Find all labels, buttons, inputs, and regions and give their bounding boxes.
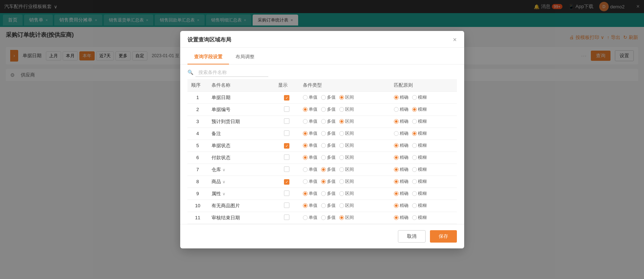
display-checkbox[interactable] bbox=[284, 95, 289, 101]
type-radio-item[interactable]: 多值 bbox=[321, 94, 336, 101]
type-radio[interactable] bbox=[339, 107, 344, 112]
cell-display[interactable] bbox=[274, 188, 299, 200]
type-radio-item[interactable]: 区间 bbox=[339, 190, 354, 197]
type-radio[interactable] bbox=[321, 119, 326, 124]
display-checkbox[interactable] bbox=[284, 166, 289, 172]
type-radio-item[interactable]: 单值 bbox=[303, 94, 317, 101]
type-radio[interactable] bbox=[339, 131, 344, 136]
match-radio-item[interactable]: 模糊 bbox=[412, 203, 427, 209]
type-radio-item[interactable]: 多值 bbox=[321, 190, 336, 197]
match-radio[interactable] bbox=[412, 143, 417, 148]
cell-display[interactable] bbox=[274, 164, 299, 176]
match-radio-item[interactable]: 精确 bbox=[394, 106, 408, 113]
cancel-btn[interactable]: 取消 bbox=[398, 230, 426, 243]
type-radio-item[interactable]: 多值 bbox=[321, 142, 336, 149]
type-radio-item[interactable]: 区间 bbox=[339, 106, 354, 113]
match-radio-item[interactable]: 模糊 bbox=[412, 178, 427, 185]
type-radio-item[interactable]: 单值 bbox=[303, 106, 317, 113]
display-checkbox[interactable] bbox=[284, 130, 289, 136]
type-radio-item[interactable]: 区间 bbox=[339, 166, 354, 173]
type-radio[interactable] bbox=[339, 215, 344, 220]
dialog-close-btn[interactable]: × bbox=[453, 36, 457, 44]
type-radio[interactable] bbox=[303, 191, 308, 196]
type-radio-item[interactable]: 区间 bbox=[339, 154, 354, 161]
cell-display[interactable] bbox=[274, 115, 299, 127]
display-checkbox[interactable] bbox=[284, 106, 289, 112]
type-radio[interactable] bbox=[321, 155, 326, 160]
type-radio[interactable] bbox=[321, 215, 326, 220]
display-checkbox[interactable] bbox=[284, 143, 289, 149]
type-radio[interactable] bbox=[303, 167, 308, 172]
type-radio[interactable] bbox=[303, 155, 308, 160]
type-radio[interactable] bbox=[339, 95, 344, 100]
save-btn[interactable]: 保存 bbox=[430, 230, 457, 243]
match-radio[interactable] bbox=[412, 215, 417, 220]
type-radio-item[interactable]: 单值 bbox=[303, 215, 317, 221]
match-radio-item[interactable]: 精确 bbox=[394, 130, 408, 137]
match-radio-item[interactable]: 模糊 bbox=[412, 106, 427, 113]
match-radio-item[interactable]: 模糊 bbox=[412, 118, 427, 125]
type-radio-item[interactable]: 区间 bbox=[339, 94, 354, 101]
type-radio-item[interactable]: 多值 bbox=[321, 118, 336, 125]
match-radio[interactable] bbox=[412, 167, 417, 172]
cell-display[interactable] bbox=[274, 140, 299, 152]
type-radio[interactable] bbox=[339, 119, 344, 124]
search-input[interactable] bbox=[195, 68, 268, 77]
match-radio[interactable] bbox=[394, 119, 399, 124]
match-radio[interactable] bbox=[394, 215, 399, 220]
match-radio[interactable] bbox=[394, 131, 399, 136]
match-radio-item[interactable]: 精确 bbox=[394, 154, 408, 161]
match-radio[interactable] bbox=[394, 203, 399, 208]
display-checkbox[interactable] bbox=[284, 203, 289, 208]
cell-display[interactable] bbox=[274, 127, 299, 140]
dialog-tab-layout[interactable]: 布局调整 bbox=[229, 51, 261, 64]
type-radio[interactable] bbox=[303, 131, 308, 136]
type-radio[interactable] bbox=[321, 179, 326, 184]
match-radio[interactable] bbox=[394, 107, 399, 112]
type-radio[interactable] bbox=[303, 95, 308, 100]
match-radio[interactable] bbox=[412, 119, 417, 124]
type-radio[interactable] bbox=[321, 203, 326, 208]
cell-display[interactable] bbox=[274, 152, 299, 164]
match-radio-item[interactable]: 模糊 bbox=[412, 166, 427, 173]
type-radio-item[interactable]: 单值 bbox=[303, 190, 317, 197]
cell-display[interactable] bbox=[274, 200, 299, 212]
type-radio-item[interactable]: 区间 bbox=[339, 203, 354, 209]
match-radio[interactable] bbox=[394, 95, 399, 100]
type-radio[interactable] bbox=[321, 167, 326, 172]
type-radio[interactable] bbox=[303, 179, 308, 184]
match-radio[interactable] bbox=[412, 95, 417, 100]
type-radio[interactable] bbox=[339, 167, 344, 172]
type-radio-item[interactable]: 多值 bbox=[321, 106, 336, 113]
type-radio-item[interactable]: 单值 bbox=[303, 203, 317, 209]
type-radio[interactable] bbox=[321, 95, 326, 100]
type-radio-item[interactable]: 区间 bbox=[339, 118, 354, 125]
type-radio-item[interactable]: 单值 bbox=[303, 166, 317, 173]
type-radio[interactable] bbox=[339, 203, 344, 208]
cell-display[interactable] bbox=[274, 103, 299, 115]
type-radio[interactable] bbox=[303, 107, 308, 112]
type-radio-item[interactable]: 多值 bbox=[321, 215, 336, 221]
match-radio[interactable] bbox=[394, 143, 399, 148]
match-radio[interactable] bbox=[394, 191, 399, 196]
match-radio[interactable] bbox=[394, 167, 399, 172]
match-radio-item[interactable]: 精确 bbox=[394, 203, 408, 209]
match-radio-item[interactable]: 精确 bbox=[394, 118, 408, 125]
match-radio-item[interactable]: 模糊 bbox=[412, 190, 427, 197]
type-radio[interactable] bbox=[303, 143, 308, 148]
type-radio[interactable] bbox=[339, 191, 344, 196]
cell-display[interactable] bbox=[274, 176, 299, 188]
display-checkbox[interactable] bbox=[284, 215, 289, 220]
match-radio[interactable] bbox=[412, 191, 417, 196]
match-radio-item[interactable]: 精确 bbox=[394, 142, 408, 149]
match-radio[interactable] bbox=[394, 155, 399, 160]
display-checkbox[interactable] bbox=[284, 179, 289, 185]
display-checkbox[interactable] bbox=[284, 190, 289, 196]
match-radio-item[interactable]: 模糊 bbox=[412, 130, 427, 137]
type-radio[interactable] bbox=[339, 179, 344, 184]
match-radio-item[interactable]: 精确 bbox=[394, 166, 408, 173]
match-radio-item[interactable]: 模糊 bbox=[412, 215, 427, 221]
type-radio[interactable] bbox=[303, 203, 308, 208]
type-radio-item[interactable]: 多值 bbox=[321, 130, 336, 137]
type-radio-item[interactable]: 区间 bbox=[339, 142, 354, 149]
